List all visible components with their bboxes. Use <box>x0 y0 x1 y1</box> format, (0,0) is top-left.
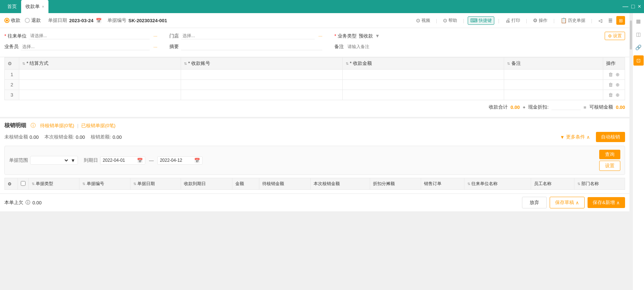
table2-gear-icon[interactable]: ⚙ <box>8 181 12 187</box>
row-2-payment[interactable] <box>19 80 181 90</box>
staff-input[interactable] <box>21 43 150 50</box>
table-row: 2 🗑 ⊕ <box>5 80 625 90</box>
radio-refund-label: 退款 <box>31 17 41 24</box>
row-2-delete-icon[interactable]: 🗑 <box>608 82 613 87</box>
form-row-2: 业务员 ··· 摘要 备注 <box>4 43 625 50</box>
more-conditions-label: 更多条件 <box>566 134 585 140</box>
shortcut-btn[interactable]: ⌨ 快捷键 <box>468 16 494 25</box>
row-1-amount[interactable] <box>342 70 504 80</box>
meta-info: 单据日期 2023-03-24 📅 单据编号 SK-20230324-001 <box>48 17 414 24</box>
current-value: 0.00 <box>76 134 85 140</box>
row-1-remark[interactable] <box>504 70 603 80</box>
minimize-button[interactable]: — <box>623 3 628 10</box>
table2-settings-header[interactable]: ⚙ <box>5 178 18 190</box>
staff-more-icon[interactable]: ··· <box>153 44 157 50</box>
row-3-copy-icon[interactable]: ⊕ <box>616 92 620 98</box>
row-1-account[interactable] <box>181 70 342 80</box>
table-settings-header[interactable]: ⚙ <box>5 58 19 70</box>
settings-button[interactable]: ⚙ 设置 <box>605 32 625 40</box>
tab-home[interactable]: 首页 <box>3 0 21 13</box>
range-select-wrapper[interactable]: ▼ <box>30 156 78 165</box>
row-1-payment[interactable] <box>19 70 181 80</box>
bottom-info: 本单上欠 ⓘ 0.00 <box>4 199 522 206</box>
store-more-icon[interactable]: ··· <box>318 33 322 39</box>
current-label: 本次核销金额: <box>44 134 74 140</box>
tab-done[interactable]: 已核销单据(0笔) <box>81 122 115 129</box>
save-new-button[interactable]: 保存&新增 ∧ <box>588 197 625 208</box>
row-3-delete-icon[interactable]: 🗑 <box>608 92 613 98</box>
row-3-payment[interactable] <box>19 90 181 100</box>
bottom-actions: 放弃 保存草稿 ∧ 保存&新增 ∧ <box>522 197 625 208</box>
business-type-arrow[interactable]: ▼ <box>375 33 380 39</box>
view-grid-icon[interactable]: ☰ <box>606 16 615 25</box>
video-icon: ⊙ <box>416 17 420 23</box>
row-3-amount[interactable] <box>342 90 504 100</box>
history-btn[interactable]: 📋 历史单据 <box>558 17 588 24</box>
view-list-icon[interactable]: ◁ <box>596 16 605 25</box>
col-remark-header: ⇅ 备注 <box>504 58 603 70</box>
col-amount-header: ⇅ * 收款金额 <box>342 58 504 70</box>
discount-input[interactable] <box>551 104 581 110</box>
more-conditions-btn[interactable]: ▼ 更多条件 ∧ <box>560 134 590 140</box>
row-1-copy-icon[interactable]: ⊕ <box>616 72 620 77</box>
close-button[interactable]: × <box>638 3 641 10</box>
row-1-delete-icon[interactable]: 🗑 <box>608 72 613 77</box>
summary-label: 摘要 <box>169 43 179 50</box>
tab-home-label: 首页 <box>7 3 17 10</box>
panel-icon-4[interactable]: ⊡ <box>633 55 644 66</box>
video-btn[interactable]: ⊙ 视频 <box>414 17 432 24</box>
select-all-checkbox[interactable] <box>21 181 25 186</box>
radio-refund[interactable]: 退款 <box>25 17 41 24</box>
business-type-select[interactable]: 预收款 ▼ <box>359 33 380 39</box>
panel-icon-1[interactable]: ▦ <box>633 16 644 26</box>
tab-close-icon[interactable]: × <box>42 4 44 9</box>
operations-btn[interactable]: ⚙ 操作 <box>531 17 550 24</box>
panel-icon-3[interactable]: 🔗 <box>633 42 644 52</box>
right-panel: ▦ ◫ 🔗 ⊡ <box>632 13 644 290</box>
calendar-icon[interactable]: 📅 <box>96 18 102 23</box>
query-button[interactable]: 查询 <box>599 150 620 159</box>
save-draft-arrow[interactable]: ∧ <box>576 200 579 205</box>
tab-pending[interactable]: 待核销单据(0笔) <box>40 122 74 129</box>
counterparty-input[interactable] <box>29 32 150 39</box>
row-2-account[interactable] <box>181 80 342 90</box>
gear-icon: ⚙ <box>608 34 612 39</box>
row-2-amount[interactable] <box>342 80 504 90</box>
table-gear-icon[interactable]: ⚙ <box>8 61 12 66</box>
row-3-account[interactable] <box>181 90 342 100</box>
summary-input[interactable] <box>181 43 322 50</box>
maximize-button[interactable]: □ <box>631 3 635 10</box>
row-2-remark[interactable] <box>504 80 603 90</box>
reconcile-info-icon[interactable]: ⓘ <box>31 122 36 129</box>
discard-button[interactable]: 放弃 <box>522 197 547 208</box>
save-draft-button[interactable]: 保存草稿 ∧ <box>550 197 585 208</box>
search-settings-button[interactable]: 设置 <box>599 161 620 171</box>
row-3-remark[interactable] <box>504 90 603 100</box>
due-date-start-calendar-icon[interactable]: 📅 <box>137 158 143 163</box>
remark-input[interactable] <box>346 43 625 50</box>
due-date-start-wrapper[interactable]: 📅 <box>100 156 145 165</box>
scrollbar-thumb[interactable] <box>630 20 632 50</box>
store-input[interactable] <box>181 32 315 39</box>
print-btn[interactable]: 🖨 打印 <box>503 17 522 24</box>
auto-reconcile-button[interactable]: 自动核销 <box>596 132 625 142</box>
view-table-icon[interactable]: ⊞ <box>616 16 625 25</box>
col-action-header: 操作 <box>603 58 625 70</box>
due-date-start-input[interactable] <box>103 158 136 163</box>
search-actions: 查询 设置 <box>599 150 620 171</box>
radio-receipt[interactable]: 收款 <box>4 17 20 24</box>
summary-row: 收款合计 0.00 + 现金折扣: = 可核销金额 0.00 <box>0 100 629 114</box>
date-label: 单据日期 <box>48 17 67 24</box>
save-new-arrow[interactable]: ∧ <box>616 200 620 205</box>
due-date-end-input[interactable] <box>160 158 193 163</box>
row-2-copy-icon[interactable]: ⊕ <box>616 82 620 87</box>
help-btn[interactable]: ⊙ 帮助 <box>441 17 459 24</box>
panel-icon-2[interactable]: ◫ <box>633 29 644 39</box>
counterparty-more-icon[interactable]: ··· <box>153 33 157 39</box>
tab-receipt[interactable]: 收款单 × <box>21 0 48 13</box>
due-date-end-calendar-icon[interactable]: 📅 <box>194 158 200 163</box>
amount-label: * 收款金额 <box>350 60 372 66</box>
scrollbar[interactable] <box>629 13 632 290</box>
due-date-end-wrapper[interactable]: 📅 <box>157 156 203 165</box>
range-select[interactable] <box>33 157 69 163</box>
